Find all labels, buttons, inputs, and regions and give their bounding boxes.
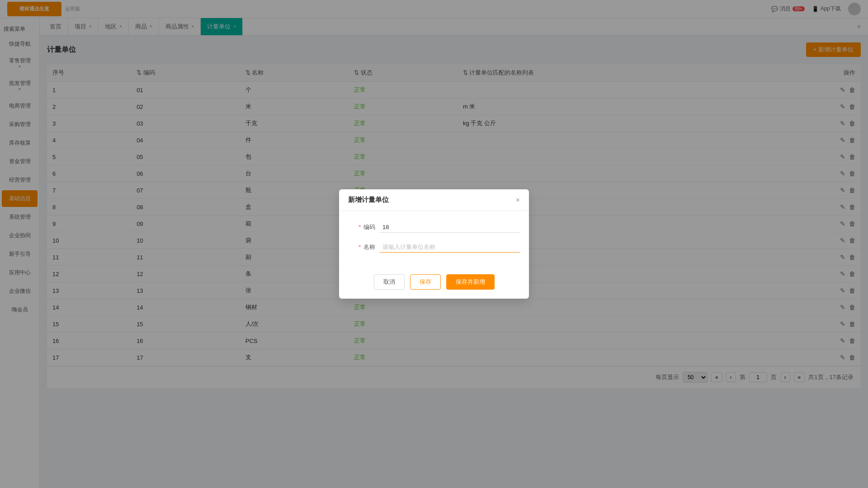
name-label: * 名称 [348, 243, 380, 251]
modal-title: 新增计量单位 [348, 196, 389, 204]
modal-overlay[interactable]: 新增计量单位 × * 编码 * 名称 取消 保存 保存并新增 [0, 0, 868, 488]
code-label: * 编码 [348, 223, 380, 231]
name-label-text: 名称 [363, 244, 375, 250]
save-and-new-button[interactable]: 保存并新增 [446, 274, 495, 290]
code-required: * [359, 224, 361, 230]
code-form-item: * 编码 [348, 222, 520, 233]
save-button[interactable]: 保存 [410, 274, 441, 290]
name-required: * [359, 244, 361, 250]
name-form-item: * 名称 [348, 242, 520, 253]
modal-footer: 取消 保存 保存并新增 [339, 269, 529, 299]
name-input[interactable] [380, 242, 520, 253]
cancel-button[interactable]: 取消 [374, 274, 405, 290]
modal-body: * 编码 * 名称 [339, 211, 529, 269]
modal-header: 新增计量单位 × [339, 189, 529, 211]
add-unit-modal: 新增计量单位 × * 编码 * 名称 取消 保存 保存并新增 [339, 189, 529, 299]
code-label-text: 编码 [363, 224, 375, 230]
modal-close-button[interactable]: × [516, 197, 520, 204]
code-input[interactable] [380, 222, 520, 233]
